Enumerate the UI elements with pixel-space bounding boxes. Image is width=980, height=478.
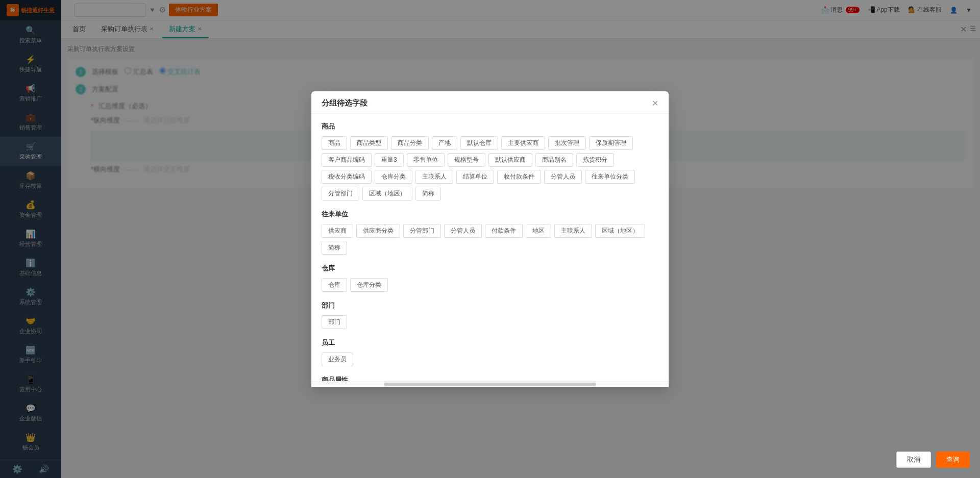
hscroll-thumb — [384, 383, 596, 386]
field-section-往来单位: 往来单位供应商供应商分类分管部门分管人员付款条件地区主联系人区域（地区）简称 — [322, 210, 658, 255]
field-tag[interactable]: 主要供应商 — [501, 136, 545, 150]
field-tag[interactable]: 分管人员 — [444, 224, 482, 238]
field-tag[interactable]: 重量3 — [375, 153, 404, 167]
field-tag[interactable]: 简称 — [322, 241, 347, 255]
field-tag[interactable]: 商品 — [322, 136, 347, 150]
modal-dialog: 分组待选字段 ✕ 商品商品商品类型商品分类产地默认仓库主要供应商批次管理保质期管… — [311, 91, 669, 387]
section-title-商品属性: 商品属性 — [322, 375, 658, 381]
field-tag[interactable]: 付款条件 — [485, 224, 523, 238]
field-tag[interactable]: 产地 — [432, 136, 457, 150]
modal-close-button[interactable]: ✕ — [652, 98, 658, 108]
field-tag[interactable]: 保质期管理 — [589, 136, 633, 150]
field-tag[interactable]: 主联系人 — [415, 170, 453, 184]
section-title-员工: 员工 — [322, 338, 658, 347]
field-tag[interactable]: 客户商品编码 — [322, 153, 372, 167]
field-tag[interactable]: 简称 — [415, 187, 441, 200]
cancel-button[interactable]: 取消 — [896, 451, 931, 468]
field-section-部门: 部门部门 — [322, 301, 658, 329]
field-tag[interactable]: 结算单位 — [456, 170, 494, 184]
field-tag[interactable]: 批次管理 — [548, 136, 586, 150]
field-tag[interactable]: 税收分类编码 — [322, 170, 372, 184]
field-tag[interactable]: 主联系人 — [554, 224, 592, 238]
confirm-button[interactable]: 查询 — [936, 451, 970, 468]
field-tag[interactable]: 商品类型 — [350, 136, 388, 150]
section-title-部门: 部门 — [322, 301, 658, 310]
section-title-往来单位: 往来单位 — [322, 210, 658, 219]
field-section-商品: 商品商品商品类型商品分类产地默认仓库主要供应商批次管理保质期管理客户商品编码重量… — [322, 122, 658, 200]
field-tag[interactable]: 部门 — [322, 315, 347, 329]
field-tag[interactable]: 分管部门 — [403, 224, 441, 238]
section-title-仓库: 仓库 — [322, 264, 658, 273]
field-section-员工: 员工业务员 — [322, 338, 658, 366]
field-tag[interactable]: 地区 — [526, 224, 551, 238]
field-tag[interactable]: 分管部门 — [322, 187, 359, 200]
modal-overlay: 分组待选字段 ✕ 商品商品商品类型商品分类产地默认仓库主要供应商批次管理保质期管… — [0, 0, 980, 478]
field-tags-仓库: 仓库仓库分类 — [322, 278, 658, 292]
field-section-商品属性: 商品属性属性颜色多规格尺码鞋码1 — [322, 375, 658, 381]
field-tag[interactable]: 仓库 — [322, 278, 347, 292]
field-tags-往来单位: 供应商供应商分类分管部门分管人员付款条件地区主联系人区域（地区）简称 — [322, 224, 658, 255]
field-tag[interactable]: 零售单位 — [407, 153, 445, 167]
field-section-仓库: 仓库仓库仓库分类 — [322, 264, 658, 292]
section-title-商品: 商品 — [322, 122, 658, 131]
modal-title: 分组待选字段 — [322, 98, 368, 108]
field-tag[interactable]: 仓库分类 — [375, 170, 412, 184]
field-tag[interactable]: 供应商分类 — [356, 224, 400, 238]
field-tag[interactable]: 规格型号 — [448, 153, 485, 167]
modal-horizontal-scrollbar[interactable] — [311, 381, 669, 387]
field-tag[interactable]: 收付款条件 — [497, 170, 541, 184]
field-tag[interactable]: 供应商 — [322, 224, 353, 238]
field-tag[interactable]: 商品别名 — [535, 153, 573, 167]
field-tag[interactable]: 区域（地区） — [595, 224, 645, 238]
modal-body[interactable]: 商品商品商品类型商品分类产地默认仓库主要供应商批次管理保质期管理客户商品编码重量… — [311, 114, 669, 381]
field-tags-商品: 商品商品类型商品分类产地默认仓库主要供应商批次管理保质期管理客户商品编码重量3零… — [322, 136, 658, 200]
modal-footer: 取消 查询 — [896, 451, 970, 468]
field-tag[interactable]: 分管人员 — [544, 170, 582, 184]
modal-header: 分组待选字段 ✕ — [311, 91, 669, 114]
field-tag[interactable]: 拣货积分 — [576, 153, 614, 167]
field-tag[interactable]: 业务员 — [322, 353, 353, 366]
field-tag[interactable]: 仓库分类 — [350, 278, 388, 292]
field-tag[interactable]: 默认供应商 — [488, 153, 532, 167]
field-tag[interactable]: 区域（地区） — [362, 187, 412, 200]
field-tags-员工: 业务员 — [322, 353, 658, 366]
field-tag[interactable]: 默认仓库 — [460, 136, 498, 150]
field-tags-部门: 部门 — [322, 315, 658, 329]
field-tag[interactable]: 商品分类 — [391, 136, 429, 150]
field-tag[interactable]: 往来单位分类 — [585, 170, 635, 184]
